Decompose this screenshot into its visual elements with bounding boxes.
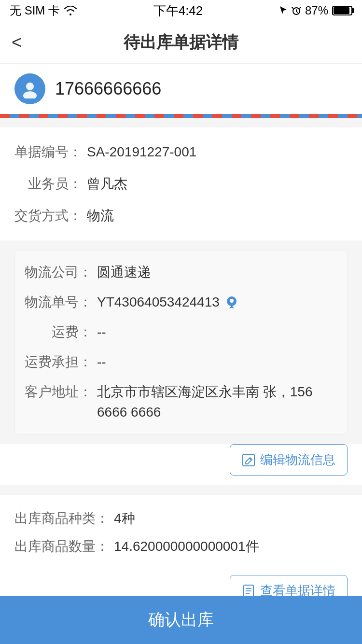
product-section: 出库商品种类： 4种 出库商品数量： 14.620000000000001件 bbox=[0, 495, 362, 575]
nav-bar: < 待出库单据详情 bbox=[0, 21, 362, 64]
back-button[interactable]: < bbox=[12, 32, 22, 53]
svg-rect-5 bbox=[243, 454, 254, 466]
salesman-row: 业务员： 曾凡杰 bbox=[14, 174, 348, 194]
tracking-location-icon[interactable] bbox=[224, 295, 239, 309]
status-bar: 无 SIM 卡 下午4:42 87% bbox=[0, 0, 362, 21]
product-types-value: 4种 bbox=[114, 509, 135, 528]
edit-logistics-label: 编辑物流信息 bbox=[260, 451, 335, 468]
svg-point-2 bbox=[23, 91, 37, 98]
confirm-bar[interactable]: 确认出库 bbox=[0, 596, 362, 644]
confirm-button-label: 确认出库 bbox=[148, 609, 214, 631]
section-separator bbox=[0, 485, 362, 495]
avatar bbox=[14, 73, 45, 104]
logistics-address-value: 北京市市辖区海淀区永丰南 张，156 6666 6666 bbox=[97, 382, 337, 422]
edit-logistics-button[interactable]: 编辑物流信息 bbox=[230, 444, 348, 476]
battery-icon bbox=[332, 6, 352, 15]
edit-btn-row: 编辑物流信息 bbox=[0, 444, 362, 485]
alarm-status-icon bbox=[292, 6, 301, 15]
status-bar-time: 下午4:42 bbox=[153, 2, 203, 19]
status-bar-left: 无 SIM 卡 bbox=[10, 3, 77, 18]
logistics-tracking-label: 物流单号： bbox=[25, 292, 92, 312]
dashed-divider bbox=[0, 114, 362, 118]
product-quantity-row: 出库商品数量： 14.620000000000001件 bbox=[14, 537, 348, 556]
product-quantity-value: 14.620000000000001件 bbox=[114, 537, 259, 556]
logistics-tracking-row: 物流单号： YT43064053424413 bbox=[25, 292, 337, 312]
logistics-freight-bearer-value: -- bbox=[97, 352, 337, 372]
logistics-address-row: 客户地址： 北京市市辖区海淀区永丰南 张，156 6666 6666 bbox=[25, 382, 337, 422]
logistics-tracking-value: YT43064053424413 bbox=[97, 292, 337, 312]
salesman-value: 曾凡杰 bbox=[87, 174, 348, 194]
status-bar-right: 87% bbox=[279, 4, 352, 17]
logistics-freight-bearer-label: 运费承担： bbox=[25, 352, 92, 372]
logistics-freight-label: 运费： bbox=[25, 322, 92, 342]
carrier-label: 无 SIM 卡 bbox=[10, 3, 60, 18]
delivery-label: 交货方式： bbox=[14, 206, 82, 226]
order-number-value: SA-20191227-001 bbox=[87, 142, 348, 162]
logistics-card: 物流公司： 圆通速递 物流单号： YT43064053424413 运费： --… bbox=[14, 250, 348, 434]
logistics-company-value: 圆通速递 bbox=[97, 262, 337, 282]
order-number-label: 单据编号： bbox=[14, 142, 82, 162]
product-types-label: 出库商品种类： bbox=[14, 509, 109, 528]
battery-label: 87% bbox=[305, 4, 328, 17]
svg-point-1 bbox=[26, 83, 34, 90]
logistics-freight-value: -- bbox=[97, 322, 337, 342]
logistics-freight-row: 运费： -- bbox=[25, 322, 337, 342]
delivery-value: 物流 bbox=[87, 206, 348, 226]
user-header: 17666666666 bbox=[0, 64, 362, 114]
salesman-label: 业务员： bbox=[14, 174, 82, 194]
location-status-icon bbox=[279, 5, 288, 16]
product-types-row: 出库商品种类： 4种 bbox=[14, 509, 348, 528]
logistics-company-row: 物流公司： 圆通速递 bbox=[25, 262, 337, 282]
user-phone: 17666666666 bbox=[55, 79, 161, 99]
product-quantity-label: 出库商品数量： bbox=[14, 537, 109, 556]
logistics-freight-bearer-row: 运费承担： -- bbox=[25, 352, 337, 372]
logistics-address-label: 客户地址： bbox=[25, 382, 92, 402]
wifi-icon bbox=[64, 6, 77, 15]
edit-icon bbox=[242, 453, 255, 467]
svg-point-4 bbox=[230, 299, 234, 303]
delivery-row: 交货方式： 物流 bbox=[14, 206, 348, 226]
order-info-section: 单据编号： SA-20191227-001 业务员： 曾凡杰 交货方式： 物流 bbox=[0, 127, 362, 240]
page-title: 待出库单据详情 bbox=[124, 31, 238, 54]
logistics-company-label: 物流公司： bbox=[25, 262, 92, 282]
order-number-row: 单据编号： SA-20191227-001 bbox=[14, 142, 348, 162]
